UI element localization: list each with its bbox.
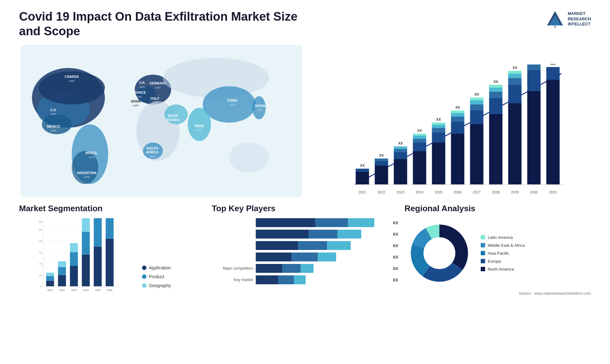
player-value-2: XX (393, 232, 398, 237)
svg-rect-97 (489, 114, 503, 185)
player-label-5: Major competitors (212, 266, 253, 271)
reg-legend-north-america: North America (481, 267, 525, 272)
player-row-3: XX (212, 241, 398, 250)
svg-text:FRANCE: FRANCE (132, 91, 146, 95)
svg-rect-117 (546, 67, 560, 80)
svg-text:AFRICA: AFRICA (146, 151, 159, 154)
svg-rect-112 (527, 70, 541, 91)
reg-label-latin: Latin America (488, 235, 513, 240)
player-seg2-2 (308, 230, 337, 239)
seg-chart: 0 10 20 30 40 50 60 (19, 218, 136, 298)
reg-legend-latin: Latin America (481, 235, 525, 240)
player-bar-5 (256, 264, 388, 273)
svg-rect-151 (94, 246, 102, 286)
svg-rect-145 (70, 243, 78, 253)
player-label-6: Key market (212, 278, 253, 282)
svg-text:xx%: xx% (230, 103, 235, 106)
main-grid: CANADA xx% U.S. xx% MEXICO xx% BRAZIL xx… (19, 45, 591, 298)
svg-text:M: M (554, 26, 556, 28)
svg-rect-137 (46, 273, 54, 276)
svg-text:20: 20 (39, 263, 42, 266)
legend-product: Product (142, 274, 206, 279)
logo-icon: M (546, 10, 565, 29)
svg-text:SOUTH: SOUTH (146, 147, 158, 150)
svg-rect-135 (46, 281, 54, 286)
svg-rect-76 (432, 143, 445, 185)
svg-text:XX: XX (512, 66, 517, 70)
growth-bar-chart: XX 2021 XX 2022 XX 2023 (319, 64, 591, 197)
seg-chart-area: 0 10 20 30 40 50 60 (19, 218, 206, 298)
svg-text:40: 40 (39, 240, 42, 243)
svg-rect-116 (546, 80, 560, 185)
svg-rect-140 (58, 267, 66, 275)
reg-label-north-america: North America (488, 267, 514, 272)
svg-text:xx%: xx% (152, 101, 158, 104)
svg-text:2022: 2022 (59, 289, 65, 292)
svg-text:XX: XX (493, 80, 498, 84)
svg-rect-70 (413, 143, 426, 151)
svg-rect-87 (451, 111, 464, 113)
segmentation-section: Market Segmentation 0 10 20 30 40 (19, 204, 206, 298)
svg-rect-99 (489, 92, 503, 98)
player-value-5: XX (393, 266, 398, 271)
svg-text:2029: 2029 (511, 190, 518, 194)
bar-chart-wrapper: XX 2021 XX 2022 XX 2023 (319, 64, 591, 197)
svg-rect-66 (394, 146, 407, 149)
reg-label-europe: Europe (488, 259, 501, 264)
svg-text:INDIA: INDIA (195, 124, 204, 128)
svg-text:10: 10 (39, 274, 42, 277)
svg-text:XX: XX (398, 141, 403, 145)
svg-text:xx%: xx% (69, 79, 75, 83)
svg-rect-144 (70, 252, 78, 266)
svg-text:2027: 2027 (473, 190, 480, 194)
legend-dot-product (142, 274, 146, 279)
player-row-6: Key market XX (212, 275, 398, 284)
svg-text:xx%: xx% (89, 155, 95, 159)
svg-text:2026: 2026 (454, 190, 461, 194)
player-seg3-3 (327, 241, 351, 250)
svg-text:GERMANY: GERMANY (149, 82, 166, 85)
svg-text:XX: XX (474, 92, 479, 96)
svg-rect-113 (527, 64, 541, 70)
svg-rect-84 (451, 122, 464, 134)
svg-rect-105 (508, 85, 522, 103)
svg-text:2021: 2021 (47, 289, 53, 292)
svg-rect-93 (470, 100, 484, 104)
svg-rect-149 (82, 218, 90, 232)
segmentation-chart-svg: 0 10 20 30 40 50 60 (19, 218, 136, 298)
page-title: Covid 19 Impact On Data Exfiltration Mar… (19, 10, 305, 38)
reg-label-apac: Asia Pacific (488, 251, 509, 256)
svg-rect-155 (106, 239, 114, 286)
legend-geography: Geography (142, 283, 206, 288)
player-value-4: XX (393, 255, 398, 260)
player-seg3-6 (294, 275, 306, 284)
reg-color-europe (481, 259, 485, 263)
svg-text:2023: 2023 (396, 190, 404, 194)
svg-text:xx%: xx% (197, 128, 202, 131)
svg-rect-98 (489, 98, 503, 114)
svg-rect-152 (94, 218, 102, 246)
svg-point-16 (203, 86, 256, 123)
svg-rect-156 (106, 218, 114, 239)
svg-rect-111 (527, 91, 541, 185)
header: Covid 19 Impact On Data Exfiltration Mar… (19, 10, 591, 38)
svg-text:U.S.: U.S. (50, 108, 57, 112)
svg-text:2024: 2024 (83, 289, 89, 292)
svg-text:xx%: xx% (51, 129, 57, 132)
player-seg3-2 (337, 230, 361, 239)
svg-text:xx%: xx% (170, 122, 176, 126)
svg-text:2030: 2030 (530, 190, 538, 194)
player-row-2: XX (212, 230, 398, 239)
svg-rect-78 (432, 128, 445, 132)
svg-point-19 (229, 143, 269, 172)
svg-text:SPAIN: SPAIN (131, 100, 141, 103)
svg-rect-85 (451, 117, 464, 122)
svg-text:ITALY: ITALY (150, 97, 159, 100)
svg-text:MEXICO: MEXICO (47, 125, 60, 128)
svg-text:JAPAN: JAPAN (254, 104, 265, 108)
svg-rect-107 (508, 73, 522, 78)
svg-rect-77 (432, 132, 445, 143)
donut-chart (404, 218, 474, 288)
legend-dot-geography (142, 283, 146, 288)
player-seg3-5 (301, 264, 314, 273)
